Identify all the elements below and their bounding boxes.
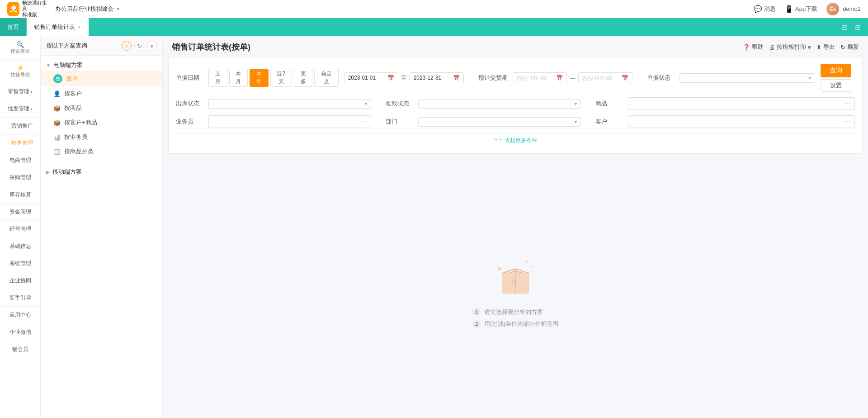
help-button[interactable]: ❓ 帮助 — [743, 43, 764, 51]
date-label: 单据日期 — [176, 74, 203, 82]
payment-status-select[interactable]: ▾ — [418, 99, 581, 109]
expected-date-separator: — — [570, 75, 576, 81]
mobile-section-title: 移动端方案 — [52, 168, 82, 176]
sidebar-item-inventory[interactable]: 库存核算 — [0, 186, 40, 204]
customer-select[interactable]: ··· — [628, 115, 855, 128]
date-btn-this-month[interactable]: 本月 — [229, 69, 248, 87]
tip-num-2: 2 — [472, 320, 481, 328]
analysis-item-by-order[interactable]: 按 按单 — [41, 71, 162, 86]
sidebar-item-ecommerce[interactable]: 电商管理 — [0, 152, 40, 169]
product-label: 商品 — [595, 100, 623, 108]
date-btn-last-month[interactable]: 上月 — [208, 69, 227, 87]
tip-text-1: 请先选择要分析的方案 — [484, 308, 543, 316]
analysis-item-by-customer[interactable]: 👤 按客户 — [41, 86, 162, 101]
product-select[interactable]: ··· — [628, 97, 855, 110]
analysis-item-by-product[interactable]: 📦 按商品 — [41, 101, 162, 115]
sidebar-item-system[interactable]: 系统管理 — [0, 255, 40, 272]
expected-date-end-input[interactable]: yyyy-mm-dd 📅 — [578, 72, 632, 83]
pc-section-header[interactable]: ▼ 电脑端方案 — [41, 59, 162, 71]
date-btn-last-7-days[interactable]: 近7天 — [270, 69, 292, 87]
delivery-status-arrow-icon: ▾ — [365, 101, 367, 106]
app-download-icon: 📱 — [785, 5, 793, 13]
expected-calendar-start-icon: 📅 — [556, 75, 563, 81]
collapse-filters-button[interactable]: ⌃⌃ 收起更多条件 — [176, 133, 855, 147]
analysis-item-by-salesperson[interactable]: 📊 按业务员 — [41, 130, 162, 144]
date-range-input: 2023-01-01 📅 至 2023-12-31 📅 — [344, 72, 464, 83]
by-customer-icon: 👤 — [53, 90, 61, 97]
status-label: 单据状态 — [647, 74, 674, 82]
settings-button[interactable]: 设置 — [821, 79, 851, 92]
by-order-label: 按单 — [66, 75, 78, 83]
collapse-label: 收起更多条件 — [505, 137, 537, 144]
date-separator: 至 — [401, 74, 407, 82]
salesperson-dots-icon[interactable]: ··· — [361, 118, 367, 126]
date-btn-this-year[interactable]: 本年 — [250, 69, 269, 87]
date-btn-more[interactable]: 更多 — [294, 69, 313, 87]
tab-bar-actions: ⊟ ⊞ — [835, 18, 868, 36]
export-button[interactable]: ⬆ 导出 — [816, 43, 835, 51]
salesperson-select[interactable]: ··· — [208, 115, 371, 128]
date-end-input[interactable]: 2023-12-31 📅 — [410, 72, 464, 83]
mobile-section-header[interactable]: ▶ 移动端方案 — [41, 166, 162, 178]
analysis-item-by-customer-product[interactable]: 📦 按客户+商品 — [41, 115, 162, 130]
add-scheme-button[interactable]: + — [122, 41, 132, 51]
sidebar-item-sales[interactable]: 销售管理 — [0, 135, 40, 152]
filter-row-3: 业务员 ··· 部门 ▾ 客户 ··· — [176, 115, 855, 128]
tip-item-2: 2 用[过滤]条件来缩小分析范围 — [472, 320, 558, 328]
tab-sales-stats[interactable]: 销售订单统计表 × — [27, 18, 89, 36]
delivery-status-select[interactable]: ▾ — [208, 99, 371, 109]
print-button[interactable]: 🖨 按模板打印 ▾ — [769, 43, 811, 51]
sidebar-item-search[interactable]: 🔍 搜索菜单 — [0, 36, 40, 60]
analysis-item-by-category[interactable]: 📋 按商品分类 — [41, 144, 162, 159]
analysis-panel-header: 按以下方案查询 + ↻ « — [41, 36, 162, 56]
customer-dots-icon[interactable]: ··· — [845, 118, 851, 126]
wholesale-expand-icon: ▴ — [30, 106, 33, 111]
date-btn-custom[interactable]: 自定义 — [314, 69, 338, 87]
app-download-label: App下载 — [795, 5, 817, 13]
refresh-button[interactable]: ↻ 刷新 — [840, 43, 859, 51]
calendar-start-icon: 📅 — [387, 75, 394, 81]
sidebar-item-purchase[interactable]: 采购管理 — [0, 169, 40, 186]
date-start-input[interactable]: 2023-01-01 📅 — [344, 72, 398, 83]
filter-row-1: 单据日期 上月 本月 本年 近7天 更多 自定义 2023-01-01 📅 — [176, 64, 855, 92]
sidebar-item-wholesale[interactable]: 批发管理 ▴ — [0, 100, 40, 118]
header-right: 💬 消息 📱 App下载 Ea demo2 — [754, 3, 861, 15]
app-download-button[interactable]: 📱 App下载 — [785, 5, 817, 13]
sidebar-item-app-center[interactable]: 应用中心 — [0, 307, 40, 324]
tab-close-icon[interactable]: × — [78, 24, 81, 30]
customer-label: 客户 — [595, 118, 623, 126]
expected-date-start-input[interactable]: yyyy-mm-dd 📅 — [513, 72, 567, 83]
tab-expand-button[interactable]: ⊞ — [853, 21, 863, 33]
filter-row-2: 出库状态 ▾ 收款状态 ▾ 商品 ··· — [176, 97, 855, 110]
product-select-dots-icon[interactable]: ··· — [845, 100, 851, 108]
sidebar-item-quick-nav[interactable]: ⚡ 快捷导航 — [0, 60, 40, 83]
refresh-scheme-button[interactable]: ↻ — [134, 41, 144, 51]
breadcrumb-arrow-icon[interactable]: ▾ — [117, 5, 120, 12]
user-menu[interactable]: Ea demo2 — [826, 3, 861, 15]
sidebar-item-enterprise-wechat[interactable]: 企业微信 — [0, 324, 40, 341]
message-button[interactable]: 💬 消息 — [754, 5, 776, 13]
by-customer-product-icon: 📦 — [53, 119, 61, 126]
content-area: 按以下方案查询 + ↻ « ▼ 电脑端方案 按 按单 👤 — [41, 36, 868, 418]
sidebar-item-basic-info[interactable]: 基础信息 — [0, 238, 40, 255]
tab-minimize-button[interactable]: ⊟ — [840, 21, 849, 33]
sidebar-item-member[interactable]: 畅会员 — [0, 341, 40, 358]
sidebar-item-newbie[interactable]: 新手引导 — [0, 290, 40, 307]
top-header: 畅捷通好生意 标准版 办公用品行业模拟账套 ▾ 💬 消息 📱 App下载 Ea … — [0, 0, 868, 18]
main-layout: 🔍 搜索菜单 ⚡ 快捷导航 零售管理 ▾ 批发管理 ▴ 营销推广 销售管理 电商… — [0, 36, 868, 418]
by-category-icon: 📋 — [53, 148, 61, 155]
sidebar-item-retail[interactable]: 零售管理 ▾ — [0, 83, 40, 100]
logo-text: 畅捷通好生意 标准版 — [22, 0, 48, 18]
tip-item-1: 1 请先选择要分析的方案 — [472, 308, 558, 316]
department-select[interactable]: ▾ — [418, 117, 581, 127]
status-select[interactable]: ▾ — [679, 73, 815, 83]
breadcrumb: 办公用品行业模拟账套 ▾ — [48, 5, 754, 13]
tab-home[interactable]: 首页 — [0, 18, 27, 36]
sidebar-item-finance[interactable]: 资金管理 — [0, 204, 40, 221]
svg-point-4 — [530, 266, 532, 267]
search-button[interactable]: 查询 — [821, 64, 851, 77]
sidebar-item-enterprise[interactable]: 企业协同 — [0, 272, 40, 290]
sidebar-item-operations[interactable]: 经营管理 — [0, 221, 40, 238]
sidebar-item-marketing[interactable]: 营销推广 — [0, 118, 40, 135]
collapse-panel-button[interactable]: « — [147, 41, 157, 51]
